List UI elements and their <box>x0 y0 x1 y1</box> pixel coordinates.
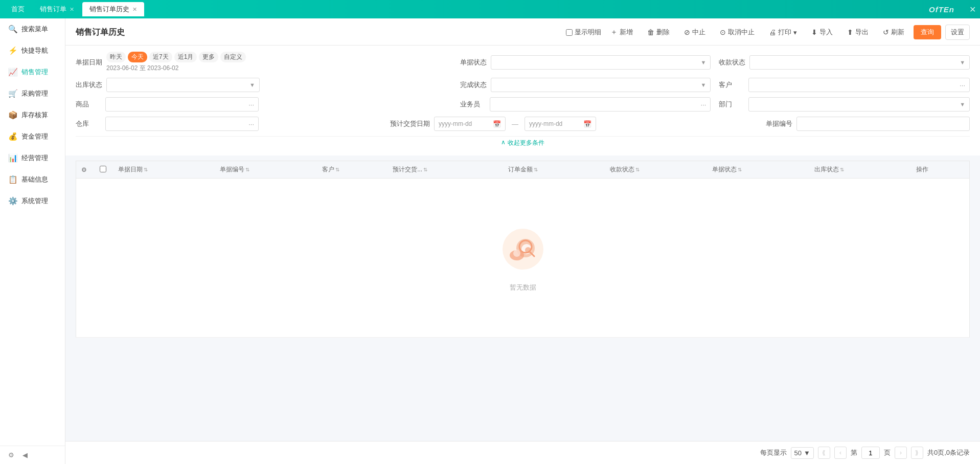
page-label-after: 页 <box>884 448 891 457</box>
query-button[interactable]: 查询 <box>914 25 941 39</box>
sidebar-icon-搜索菜单: 🔍 <box>8 25 17 34</box>
refresh-button[interactable]: ↺刷新 <box>878 25 909 39</box>
sidebar-icon-系统管理: ⚙️ <box>8 196 17 206</box>
payment-status-control[interactable]: ▼ <box>749 55 970 70</box>
first-page-btn[interactable]: ⟪ <box>818 447 830 459</box>
settings-button[interactable]: 设置 <box>945 25 970 40</box>
th-收款状态[interactable]: 收款状态⇅ <box>605 161 707 179</box>
date-range-separator: — <box>510 120 520 128</box>
sidebar-settings-icon[interactable]: ⚙ <box>8 451 14 459</box>
date-pill-更多[interactable]: 更多 <box>199 52 218 62</box>
bill-number-label: 单据编号 <box>766 119 792 128</box>
tab-销售订单历史[interactable]: 销售订单历史✕ <box>82 2 144 16</box>
product-control[interactable]: ··· <box>105 97 259 112</box>
import-button[interactable]: ⬇导入 <box>806 25 838 39</box>
th-单据状态[interactable]: 单据状态⇅ <box>707 161 809 179</box>
sidebar-item-采购管理[interactable]: 🛒 采购管理 <box>0 83 65 104</box>
print-arrow-icon: ▾ <box>793 29 797 36</box>
filter-area: 单据日期 昨天今天近7天近1月更多自定义 2023-06-02 至 2023-0… <box>65 46 980 156</box>
tab-close-销售订单[interactable]: ✕ <box>70 6 74 13</box>
sidebar-icon-快捷导航: ⚡ <box>8 46 17 55</box>
department-control[interactable]: ▼ <box>748 97 970 112</box>
delete-button[interactable]: 🗑删除 <box>642 25 675 39</box>
date-pill-今天[interactable]: 今天 <box>128 52 147 62</box>
col-label-收款状态: 收款状态 <box>610 166 634 173</box>
date-pill-近1月[interactable]: 近1月 <box>174 52 197 62</box>
sidebar-item-搜索菜单[interactable]: 🔍 搜索菜单 <box>0 18 65 40</box>
filter-row-4: 仓库 ··· 预计交货日期 yyyy-mm-dd 📅 — yyyy-mm-dd <box>76 117 970 131</box>
page-size-select[interactable]: 50 ▼ <box>791 447 814 459</box>
sidebar-item-系统管理[interactable]: ⚙️ 系统管理 <box>0 190 65 212</box>
sidebar-icon-库存核算: 📦 <box>8 111 17 120</box>
sidebar-item-基础信息[interactable]: 📋 基础信息 <box>0 169 65 190</box>
th-checkbox[interactable] <box>95 161 113 179</box>
sidebar-item-快捷导航[interactable]: ⚡ 快捷导航 <box>0 40 65 61</box>
tab-销售订单[interactable]: 销售订单✕ <box>33 2 81 16</box>
last-page-btn[interactable]: ⟫ <box>911 447 923 459</box>
cancel-stop-button[interactable]: ⊙取消中止 <box>715 25 760 39</box>
date-to-placeholder: yyyy-mm-dd <box>529 120 581 127</box>
add-button[interactable]: ＋新增 <box>605 25 638 39</box>
sort-icon-收款状态: ⇅ <box>635 167 640 172</box>
sidebar-item-资金管理[interactable]: 💰 资金管理 <box>0 126 65 147</box>
footer-pagination: 每页显示 50 ▼ ⟪ ‹ 第 页 › ⟫ 共0页,0条记录 <box>65 441 980 464</box>
sort-icon-出库状态: ⇅ <box>840 167 844 172</box>
sidebar-item-销售管理[interactable]: 📈 销售管理 <box>0 61 65 83</box>
expected-date-to[interactable]: yyyy-mm-dd 📅 <box>525 117 596 131</box>
delete-label: 删除 <box>656 28 670 37</box>
th-单据日期[interactable]: 单据日期⇅ <box>113 161 215 179</box>
filter-complete-status: 完成状态 ▼ <box>460 78 711 92</box>
customer-control[interactable]: ··· <box>748 78 970 92</box>
sidebar-collapse-icon[interactable]: ◀ <box>22 451 28 459</box>
tab-首页[interactable]: 首页 <box>4 2 32 16</box>
warehouse-control[interactable]: ··· <box>105 117 259 131</box>
th-单据编号[interactable]: 单据编号⇅ <box>215 161 317 179</box>
sidebar-icon-采购管理: 🛒 <box>8 89 17 98</box>
page-number-input[interactable] <box>861 447 880 459</box>
date-pill-自定义[interactable]: 自定义 <box>220 52 246 62</box>
date-pill-昨天[interactable]: 昨天 <box>106 52 126 62</box>
expected-date-from[interactable]: yyyy-mm-dd 📅 <box>434 117 506 131</box>
next-page-btn[interactable]: › <box>895 447 907 459</box>
select-all-checkbox[interactable] <box>100 166 106 172</box>
show-detail-checkbox[interactable]: 显示明细 <box>566 28 601 37</box>
collapse-label: 收起更多条件 <box>508 139 544 147</box>
th-出库状态[interactable]: 出库状态⇅ <box>809 161 911 179</box>
th-订单金额[interactable]: 订单金额⇅ <box>503 161 605 179</box>
sidebar-label-基础信息: 基础信息 <box>21 175 48 184</box>
payment-status-label: 收款状态 <box>719 58 745 67</box>
col-label-预计交货...: 预计交货... <box>393 166 422 173</box>
show-detail-input[interactable] <box>566 29 573 36</box>
calendar-to-icon[interactable]: 📅 <box>583 120 591 128</box>
sort-icon-预计交货...: ⇅ <box>423 167 427 172</box>
print-button[interactable]: 🖨打印▾ <box>764 25 802 39</box>
salesperson-dots-icon: ··· <box>701 101 706 108</box>
export-button[interactable]: ⬆导出 <box>842 25 874 39</box>
product-label: 商品 <box>76 100 101 109</box>
sidebar-item-库存核算[interactable]: 📦 库存核算 <box>0 104 65 126</box>
complete-status-control[interactable]: ▼ <box>491 78 711 92</box>
bill-status-control[interactable]: ▼ <box>491 55 711 70</box>
th-客户[interactable]: 客户⇅ <box>317 161 388 179</box>
filter-row-3: 商品 ··· 业务员 ··· 部门 <box>76 97 970 112</box>
table-area: ⚙ 单据日期⇅单据编号⇅客户⇅预计交货...⇅订单金额⇅收款状态⇅单据状态⇅出库… <box>65 161 980 441</box>
sidebar-item-经营管理[interactable]: 📊 经营管理 <box>0 147 65 169</box>
out-status-control[interactable]: ▼ <box>106 78 260 92</box>
sort-icon-单据编号: ⇅ <box>245 167 249 172</box>
calendar-from-icon[interactable]: 📅 <box>493 120 501 128</box>
sidebar-label-资金管理: 资金管理 <box>21 132 48 141</box>
salesperson-control[interactable]: ··· <box>490 97 711 112</box>
th-settings[interactable]: ⚙ <box>76 161 95 179</box>
complete-status-label: 完成状态 <box>460 80 487 90</box>
date-pill-近7天[interactable]: 近7天 <box>149 52 172 62</box>
tab-close-销售订单历史[interactable]: ✕ <box>132 6 137 13</box>
prev-page-btn[interactable]: ‹ <box>834 447 847 459</box>
page-title: 销售订单历史 <box>76 27 125 38</box>
sidebar-label-销售管理: 销售管理 <box>21 68 48 77</box>
window-close-btn[interactable]: ✕ <box>969 5 976 14</box>
th-预计交货...[interactable]: 预计交货...⇅ <box>388 161 503 179</box>
collapse-row[interactable]: ∧ 收起更多条件 <box>76 136 970 149</box>
stop-button[interactable]: ⊘中止 <box>679 25 711 39</box>
bill-number-control[interactable] <box>796 117 970 131</box>
sidebar-icon-销售管理: 📈 <box>8 68 17 77</box>
